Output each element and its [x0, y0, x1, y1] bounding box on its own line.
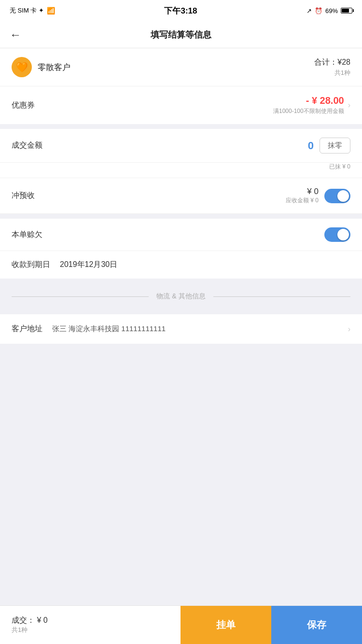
status-bar: 无 SIM 卡 ✦ 📶 下午3:18 ↗ ⏰ 69%	[0, 0, 362, 21]
status-right: ↗ ⏰ 69%	[306, 7, 352, 14]
alarm-icon: ⏰	[315, 7, 322, 14]
page-title: 填写结算等信息	[151, 29, 211, 41]
deal-amount-sub: 已抹 ¥ 0	[0, 163, 362, 178]
customer-right: 合计：¥28 共1种	[314, 57, 350, 77]
avatar-icon: 🧡	[16, 61, 28, 73]
sim-label: 无 SIM 卡 ✦	[10, 6, 44, 15]
credit-row: 本单赊欠	[0, 219, 362, 251]
coupon-chevron-icon: ›	[348, 101, 350, 110]
prepaid-receivable: 应收金额 ¥ 0	[286, 196, 319, 205]
divider-line-left	[12, 296, 149, 297]
save-button[interactable]: 保存	[271, 606, 362, 644]
battery-percent: 69%	[325, 7, 338, 14]
prepaid-right: ¥ 0 应收金额 ¥ 0	[286, 187, 350, 205]
address-value: 张三 海淀永丰科技园 11111111111	[52, 324, 348, 334]
credit-label: 本单赊欠	[12, 230, 42, 240]
customer-name: 零散客户	[38, 62, 70, 73]
hang-button[interactable]: 挂单	[181, 606, 271, 644]
credit-toggle-knob	[337, 229, 349, 240]
due-date-value: 2019年12月30日	[60, 260, 117, 270]
coupon-desc: 满1000-100不限制使用金额	[273, 107, 344, 115]
bottom-deal-amount: 成交： ¥ 0	[12, 616, 181, 626]
bottom-count: 共1种	[12, 626, 181, 634]
total-count: 共1种	[314, 69, 350, 77]
toggle-knob	[337, 190, 349, 202]
status-left: 无 SIM 卡 ✦ 📶	[10, 6, 55, 15]
deal-amount-value[interactable]: 0	[308, 140, 314, 152]
back-button[interactable]: ←	[10, 28, 21, 42]
deal-amount-section: 成交金额 0 抹零 已抹 ¥ 0 冲预收 ¥ 0 应收金额 ¥ 0	[0, 129, 362, 214]
prepaid-amount: ¥ 0 应收金额 ¥ 0	[286, 187, 319, 205]
deal-amount-row: 成交金额 0 抹零	[0, 129, 362, 163]
wifi-icon: 📶	[47, 7, 55, 14]
bottom-bar: 成交： ¥ 0 共1种 挂单 保存	[0, 605, 362, 644]
address-chevron-icon: ›	[348, 325, 350, 334]
deal-amount-right: 0 抹零	[308, 138, 350, 154]
credit-section: 本单赊欠 收款到期日 2019年12月30日	[0, 219, 362, 279]
nav-bar: ← 填写结算等信息	[0, 21, 362, 48]
customer-section: 🧡 零散客户 合计：¥28 共1种 优惠券 - ¥ 28.00 满1000-10…	[0, 48, 362, 124]
logistics-divider: 物流 & 其他信息	[0, 283, 362, 309]
location-icon: ↗	[306, 7, 312, 14]
customer-left: 🧡 零散客户	[12, 57, 70, 77]
customer-row: 🧡 零散客户 合计：¥28 共1种	[0, 48, 362, 86]
coupon-label: 优惠券	[12, 100, 35, 111]
due-date-label: 收款到期日	[12, 260, 50, 270]
bottom-deal-label: 成交：	[12, 616, 35, 624]
logistics-label: 物流 & 其他信息	[156, 292, 205, 301]
bottom-info: 成交： ¥ 0 共1种	[0, 616, 181, 634]
prepaid-main-amount: ¥ 0	[286, 187, 319, 196]
prepaid-label: 冲预收	[12, 191, 35, 201]
address-label: 客户地址	[12, 324, 42, 334]
round-zero-button[interactable]: 抹零	[320, 138, 350, 154]
status-time: 下午3:18	[164, 5, 197, 16]
address-row[interactable]: 客户地址 张三 海淀永丰科技园 11111111111 ›	[0, 314, 362, 344]
bottom-deal-value: ¥ 0	[37, 616, 47, 624]
divider-line-right	[213, 296, 350, 297]
total-amount: 合计：¥28	[314, 57, 350, 68]
prepaid-toggle[interactable]	[324, 189, 350, 203]
coupon-row[interactable]: 优惠券 - ¥ 28.00 满1000-100不限制使用金额 ›	[0, 86, 362, 124]
avatar: 🧡	[12, 57, 32, 77]
due-date-row: 收款到期日 2019年12月30日	[0, 251, 362, 279]
battery-icon	[341, 8, 352, 14]
prepaid-row: 冲预收 ¥ 0 应收金额 ¥ 0	[0, 178, 362, 214]
deal-amount-label: 成交金额	[12, 140, 42, 151]
coupon-info: - ¥ 28.00 满1000-100不限制使用金额	[273, 95, 344, 115]
coupon-discount: - ¥ 28.00	[273, 95, 344, 106]
coupon-right: - ¥ 28.00 满1000-100不限制使用金额 ›	[273, 95, 350, 115]
credit-toggle[interactable]	[324, 227, 350, 242]
